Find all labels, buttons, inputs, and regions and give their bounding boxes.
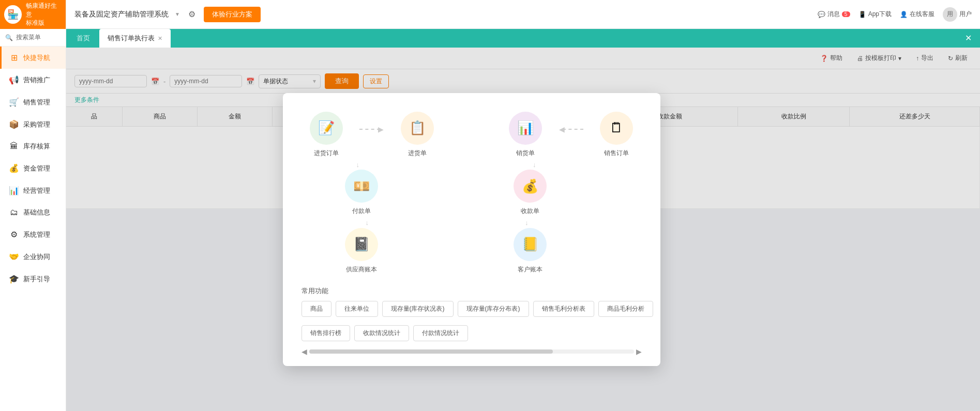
flow-item-customer-ledger[interactable]: 📒 客户账本 — [514, 228, 547, 274]
sidebar-label-system: 系统管理 — [23, 230, 50, 239]
flow-item-receipt[interactable]: 💰 收款单 — [514, 170, 547, 216]
flow-item-purchase-order[interactable]: 📝 进货订单 — [310, 112, 343, 158]
sidebar-item-purchase[interactable]: 📦采购管理 — [0, 113, 66, 135]
app-download-button[interactable]: 📱 App下载 — [858, 10, 892, 19]
tab-sales-order-exec[interactable]: 销售订单执行表✕ — [99, 29, 171, 48]
message-button[interactable]: 💬 消息 5 — [818, 10, 850, 19]
common-functions-section: 常用功能 商品往来单位现存量(库存状况表)现存量(库存分布表)销售毛利分析表商品… — [301, 286, 642, 341]
scroll-left-arrow[interactable]: ◀ — [301, 347, 307, 356]
receipt-label: 收款单 — [521, 207, 539, 216]
modal-overlay: 📝 进货订单 ▶ 📋 进货单 📊 销货单 ◀ — [66, 48, 980, 411]
sidebar-icon-enterprise: 🤝 — [9, 252, 19, 262]
logo-text: 畅康通好生意 标准版 — [26, 2, 62, 27]
sidebar-item-quick-nav[interactable]: ⊞快捷导航 — [0, 47, 66, 69]
sidebar-label-operations: 经营管理 — [23, 186, 50, 195]
sidebar-icon-quick-nav: ⊞ — [9, 53, 19, 63]
user-profile[interactable]: 用 用户 — [943, 7, 972, 22]
scroll-right-arrow[interactable]: ▶ — [636, 347, 642, 356]
trial-button[interactable]: 体验行业方案 — [204, 7, 261, 22]
func-btn-4[interactable]: 销售毛利分析表 — [533, 301, 594, 317]
sidebar-icon-inventory: 🏛 — [9, 142, 19, 151]
sales-order-label: 销售订单 — [604, 149, 629, 158]
func-btn-3[interactable]: 现存量(库存分布表) — [458, 301, 529, 317]
func-btn-2[interactable]: 现存量(库存状况表) — [382, 301, 454, 317]
sidebar-icon-basic: 🗂 — [9, 208, 19, 217]
receipt-icon: 💰 — [514, 170, 547, 203]
sidebar-label-purchase: 采购管理 — [23, 120, 50, 129]
func-buttons: 商品往来单位现存量(库存状况表)现存量(库存分布表)销售毛利分析表商品毛利分析销… — [301, 301, 642, 341]
sidebar-item-marketing[interactable]: 📢营销推广 — [0, 69, 66, 91]
sidebar-icon-operations: 📊 — [9, 186, 19, 195]
flow-item-sales-order[interactable]: 🗒 销售订单 — [600, 112, 633, 158]
tab-label-home: 首页 — [77, 34, 90, 43]
tabbar: 首页销售订单执行表✕✕ — [66, 29, 980, 48]
sidebar-item-basic[interactable]: 🗂基础信息 — [0, 202, 66, 223]
sidebar-item-newbie[interactable]: 🎓新手引导 — [0, 268, 66, 290]
sidebar-item-sales[interactable]: 🛒销售管理 — [0, 91, 66, 113]
sidebar-item-enterprise[interactable]: 🤝企业协同 — [0, 246, 66, 268]
func-btn-0[interactable]: 商品 — [301, 301, 331, 317]
sales-bill-icon: 📊 — [509, 112, 542, 145]
sidebar-label-enterprise: 企业协同 — [23, 252, 50, 262]
sidebar-label-newbie: 新手引导 — [23, 275, 50, 284]
supplier-ledger-icon: 📓 — [345, 228, 378, 261]
sales-bill-label: 销货单 — [516, 149, 535, 158]
func-btn-6[interactable]: 销售排行榜 — [301, 325, 350, 341]
search-icon: 🔍 — [5, 34, 13, 41]
header: 装备及固定资产辅助管理系统 ▼ ⚙ 体验行业方案 💬 消息 5 📱 App下载 … — [66, 0, 980, 29]
supplier-ledger-label: 供应商账本 — [346, 265, 377, 274]
sidebar-item-system[interactable]: ⚙系统管理 — [0, 223, 66, 246]
flow-item-purchase-bill[interactable]: 📋 进货单 — [401, 112, 434, 158]
dropdown-arrow[interactable]: ▼ — [175, 11, 180, 17]
close-all-tabs[interactable]: ✕ — [965, 33, 972, 43]
customer-ledger-label: 客户账本 — [518, 265, 542, 274]
download-icon: 📱 — [858, 11, 866, 18]
sales-order-icon: 🗒 — [600, 112, 633, 145]
tab-home[interactable]: 首页 — [68, 29, 98, 48]
purchase-order-label: 进货订单 — [314, 149, 339, 158]
func-btn-7[interactable]: 收款情况统计 — [354, 325, 409, 341]
arrow-po-pb: ▶ — [359, 125, 384, 133]
scrollbar-thumb — [309, 349, 553, 354]
sidebar-label-inventory: 库存核算 — [23, 142, 50, 151]
scrollbar-track[interactable] — [309, 349, 634, 354]
search-menu[interactable]: 🔍 搜索菜单 — [0, 29, 66, 47]
quick-nav-modal: 📝 进货订单 ▶ 📋 进货单 📊 销货单 ◀ — [283, 93, 660, 366]
tab-close-sales-order-exec[interactable]: ✕ — [158, 35, 162, 42]
purchase-bill-label: 进货单 — [408, 149, 427, 158]
flow-item-supplier-ledger[interactable]: 📓 供应商账本 — [345, 228, 378, 274]
sidebar-icon-newbie: 🎓 — [9, 274, 19, 284]
message-badge: 5 — [842, 11, 850, 17]
sidebar-nav: ⊞快捷导航📢营销推广🛒销售管理📦采购管理🏛库存核算💰资金管理📊经营管理🗂基础信息… — [0, 47, 66, 411]
modal-scrollbar: ◀ ▶ — [301, 347, 642, 356]
sidebar-label-quick-nav: 快捷导航 — [23, 53, 50, 63]
sidebar-icon-purchase: 📦 — [9, 119, 19, 129]
flow-item-payment[interactable]: 💴 付款单 — [345, 170, 378, 216]
sidebar-item-finance[interactable]: 💰资金管理 — [0, 157, 66, 179]
func-btn-1[interactable]: 往来单位 — [336, 301, 378, 317]
common-functions-title: 常用功能 — [301, 286, 642, 296]
purchase-bill-icon: 📋 — [401, 112, 434, 145]
purchase-order-icon: 📝 — [310, 112, 343, 145]
payment-icon: 💴 — [345, 170, 378, 203]
app-logo: 🏪 畅康通好生意 标准版 — [0, 0, 66, 29]
tab-label-sales-order-exec: 销售订单执行表 — [108, 34, 155, 43]
online-service-button[interactable]: 👤 在线客服 — [900, 10, 934, 19]
flow-item-sales-bill[interactable]: 📊 销货单 — [509, 112, 542, 158]
avatar: 用 — [943, 7, 957, 22]
func-btn-8[interactable]: 付款情况统计 — [413, 325, 468, 341]
logo-icon: 🏪 — [4, 5, 22, 24]
sidebar: 🏪 畅康通好生意 标准版 🔍 搜索菜单 ⊞快捷导航📢营销推广🛒销售管理📦采购管理… — [0, 0, 66, 411]
func-btn-5[interactable]: 商品毛利分析 — [598, 301, 653, 317]
settings-icon[interactable]: ⚙ — [186, 7, 198, 21]
sidebar-icon-finance: 💰 — [9, 163, 19, 173]
sidebar-label-finance: 资金管理 — [23, 164, 50, 173]
sidebar-item-inventory[interactable]: 🏛库存核算 — [0, 135, 66, 157]
message-icon: 💬 — [818, 11, 825, 18]
sidebar-icon-system: ⚙ — [9, 230, 19, 239]
customer-ledger-icon: 📒 — [514, 228, 547, 261]
sidebar-label-sales: 销售管理 — [23, 98, 50, 107]
service-icon: 👤 — [900, 11, 908, 18]
arrow-so-sb: ◀ — [559, 125, 583, 133]
sidebar-item-operations[interactable]: 📊经营管理 — [0, 179, 66, 202]
